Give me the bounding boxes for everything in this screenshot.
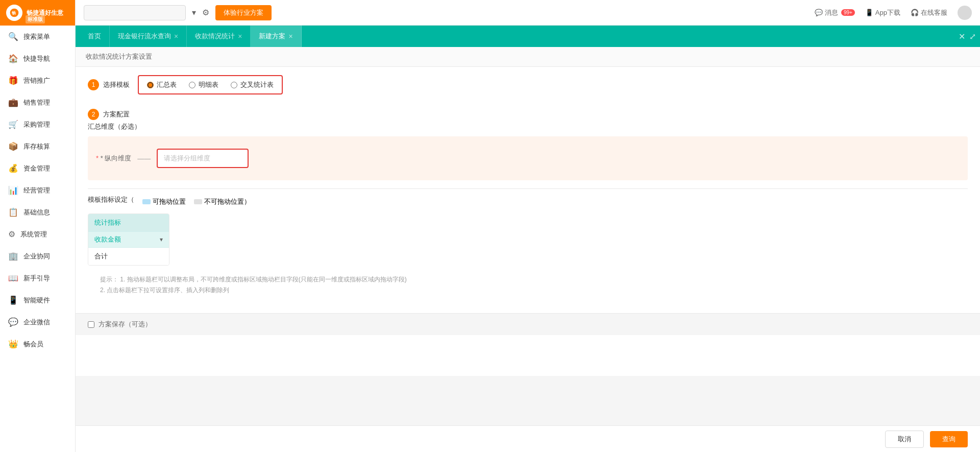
metrics-total-label: 合计 [94, 252, 108, 260]
dimension-selector[interactable]: 请选择分组维度 [157, 149, 249, 168]
tip-2: 2. 点击标题栏下拉可设置排序、插入列和删除列 [100, 286, 955, 295]
tab-bank-flow-close[interactable]: × [174, 32, 178, 40]
download-button[interactable]: 📱 App下载 [865, 8, 900, 17]
metrics-legend-row: 模板指标设定（ 可拖动位置 不可拖动位置） [88, 195, 968, 208]
page-footer: 方案保存（可选） [76, 313, 980, 335]
settings-button[interactable]: ⚙ [202, 8, 209, 17]
sidebar-item-marketing[interactable]: 🎁 营销推广 [0, 69, 75, 91]
legend-draggable: 可拖动位置 [142, 197, 186, 206]
sidebar-logo: 畅 畅捷通好生意 标准版 [0, 0, 75, 26]
sidebar-item-finance[interactable]: 💰 资金管理 [0, 157, 75, 179]
save-plan-checkbox[interactable] [88, 321, 94, 328]
step2-row: 2 方案配置 [76, 103, 980, 122]
metrics-header-col[interactable]: 收款金额 ▾ [88, 232, 169, 248]
tab-new-plan-label: 新建方案 [259, 32, 285, 41]
service-button[interactable]: 🎧 在线客服 [911, 8, 947, 17]
maximize-window-icon[interactable]: ⤢ [969, 32, 976, 41]
tab-new-plan-close[interactable]: × [288, 32, 292, 40]
metrics-section: 模板指标设定（ 可拖动位置 不可拖动位置） 统计指标 [88, 188, 968, 267]
radio-cross[interactable]: 交叉统计表 [231, 80, 274, 89]
metrics-col-label: 收款金额 [94, 235, 121, 244]
avatar[interactable] [958, 6, 972, 20]
sidebar: 畅 畅捷通好生意 标准版 🔍 搜索菜单 🏠 快捷导航 🎁 营销推广 💼 销售管理… [0, 0, 76, 452]
chevron-down-icon: ▾ [160, 236, 163, 243]
sidebar-item-inventory[interactable]: 📦 库存核算 [0, 135, 75, 157]
bottom-action-bar: 取消 查询 [76, 425, 980, 452]
svg-text:畅: 畅 [12, 11, 16, 15]
radio-detail-input[interactable] [189, 82, 195, 88]
tab-new-plan[interactable]: 新建方案 × [251, 26, 301, 47]
sidebar-item-starter-guide[interactable]: 📖 新手引导 [0, 267, 75, 289]
vertical-label: * * 纵向维度 [96, 154, 131, 163]
cart-icon: 🛒 [8, 120, 18, 129]
header-left: ▾ ⚙ 体验行业方案 [84, 5, 272, 20]
sidebar-item-basic-info[interactable]: 📋 基础信息 [0, 201, 75, 223]
config-section: 汇总维度（必选） * * 纵向维度 —— 请选择分组维度 [76, 122, 980, 313]
dimension-placeholder: 请选择分组维度 [164, 154, 210, 162]
radio-cross-label[interactable]: 交叉统计表 [240, 80, 274, 89]
search-icon: 🔍 [8, 32, 18, 41]
cancel-button[interactable]: 取消 [885, 431, 924, 448]
sidebar-item-member[interactable]: 👑 畅会员 [0, 333, 75, 355]
query-button[interactable]: 查询 [930, 431, 968, 447]
radio-cross-input[interactable] [231, 82, 237, 88]
sidebar-nav: 🔍 搜索菜单 🏠 快捷导航 🎁 营销推广 💼 销售管理 🛒 采购管理 📦 库存核… [0, 26, 75, 452]
metrics-row-total: 合计 [88, 248, 169, 265]
book-icon: 📖 [8, 273, 18, 283]
sidebar-item-smart-hardware[interactable]: 📱 智能硬件 [0, 289, 75, 311]
radio-summary-label[interactable]: 汇总表 [157, 80, 177, 89]
dropdown-button[interactable]: ▾ [192, 8, 196, 17]
tab-bank-flow-label: 现金银行流水查询 [118, 32, 171, 41]
metrics-title: 模板指标设定（ [88, 195, 134, 204]
metrics-group-label: 统计指标 [94, 218, 121, 227]
search-input[interactable] [84, 5, 186, 20]
phone-icon: 📱 [8, 295, 18, 305]
building-icon: 🏢 [8, 251, 18, 261]
dimension-title: 汇总维度（必选） [88, 122, 968, 131]
sidebar-item-quick-nav[interactable]: 🏠 快捷导航 [0, 47, 75, 69]
sidebar-label-system: 系统管理 [20, 230, 47, 239]
sidebar-label-starter-guide: 新手引导 [23, 274, 50, 283]
radio-summary[interactable]: 汇总表 [147, 80, 177, 89]
sidebar-label-sales: 销售管理 [23, 98, 50, 107]
window-buttons: ✕ ⤢ [959, 32, 976, 41]
sidebar-label-marketing: 营销推广 [23, 76, 50, 85]
message-button[interactable]: 💬 消息 99+ [815, 8, 855, 17]
metrics-table: 统计指标 收款金额 ▾ 合计 [88, 213, 169, 266]
main-area: ▾ ⚙ 体验行业方案 💬 消息 99+ 📱 App下载 🎧 在线客服 首页 [76, 0, 980, 452]
sidebar-item-enterprise-wechat[interactable]: 💬 企业微信 [0, 311, 75, 333]
sidebar-label-finance: 资金管理 [23, 164, 50, 173]
sidebar-item-sales[interactable]: 💼 销售管理 [0, 91, 75, 113]
gift-icon: 🎁 [8, 76, 18, 85]
sidebar-item-purchase[interactable]: 🛒 采购管理 [0, 113, 75, 135]
tab-collection-stats-close[interactable]: × [238, 32, 242, 40]
radio-detail-label[interactable]: 明细表 [199, 80, 218, 89]
top-header: ▾ ⚙ 体验行业方案 💬 消息 99+ 📱 App下载 🎧 在线客服 [76, 0, 980, 26]
close-window-icon[interactable]: ✕ [959, 32, 965, 41]
sidebar-item-enterprise-collab[interactable]: 🏢 企业协同 [0, 245, 75, 267]
tab-home[interactable]: 首页 [80, 26, 110, 47]
sidebar-item-operations[interactable]: 📊 经营管理 [0, 179, 75, 201]
tab-collection-stats[interactable]: 收款情况统计 × [187, 26, 251, 47]
clipboard-icon: 📋 [8, 207, 18, 217]
sidebar-label-enterprise-collab: 企业协同 [23, 252, 50, 261]
version-tag: 标准版 [26, 15, 45, 23]
tips-section: 提示： 1. 拖动标题栏可以调整布局，不可跨维度或指标区域拖动栏目字段(只能在同… [88, 267, 968, 305]
sidebar-item-search[interactable]: 🔍 搜索菜单 [0, 26, 75, 47]
step1-row: 1 选择模板 汇总表 明细表 交叉统计表 [76, 67, 980, 103]
required-mark: * [96, 154, 99, 162]
sidebar-label-member: 畅会员 [23, 340, 43, 349]
radio-detail[interactable]: 明细表 [189, 80, 218, 89]
industry-button[interactable]: 体验行业方案 [215, 5, 272, 20]
metrics-header-group: 统计指标 [88, 214, 169, 232]
sidebar-item-system[interactable]: ⚙ 系统管理 [0, 223, 75, 245]
legend-draggable-label: 可拖动位置 [153, 197, 186, 206]
step2-label: 方案配置 [103, 110, 130, 119]
sidebar-label-purchase: 采购管理 [23, 120, 50, 129]
tab-bank-flow[interactable]: 现金银行流水查询 × [110, 26, 187, 47]
legend-fixed-label: 不可拖动位置） [204, 197, 251, 206]
radio-summary-input[interactable] [147, 82, 154, 88]
save-plan-label[interactable]: 方案保存（可选） [99, 320, 152, 329]
message-icon: 💬 [815, 9, 823, 16]
tab-bar: 首页 现金银行流水查询 × 收款情况统计 × 新建方案 × ✕ ⤢ [76, 26, 980, 47]
